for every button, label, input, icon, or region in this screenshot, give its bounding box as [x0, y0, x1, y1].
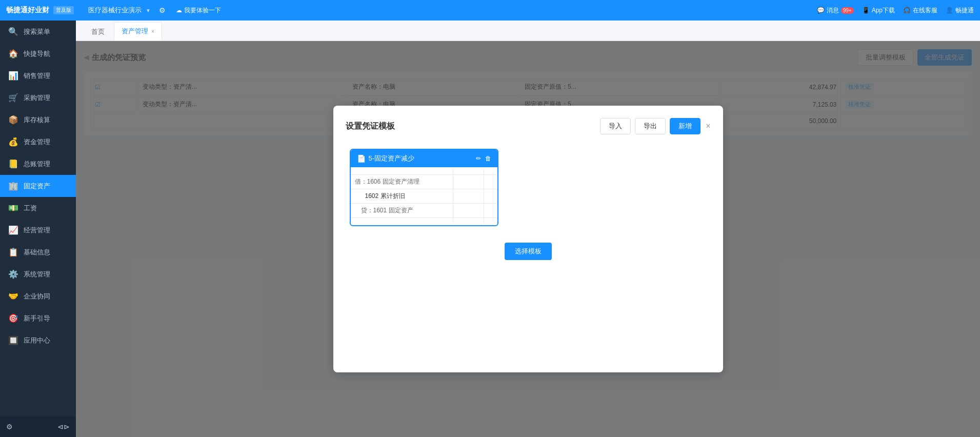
sidebar-item-label: 经营管理 [24, 226, 50, 235]
sidebar-item-guide[interactable]: 🎯 新手引导 [0, 307, 76, 329]
sidebar-item-label: 资金管理 [24, 137, 50, 147]
sidebar-item-label: 基础信息 [24, 248, 50, 257]
template-card-actions: ✏ 🗑 [476, 155, 491, 162]
sidebar-item-apps[interactable]: 🔲 应用中心 [0, 329, 76, 351]
new-btn[interactable]: 新增 [670, 118, 701, 134]
dropdown-arrow-icon[interactable]: ▼ [146, 8, 151, 13]
sales-icon: 📊 [8, 71, 18, 81]
template-header-left: 📄 5-固定资产减少 [357, 154, 415, 163]
modal-header: 设置凭证模板 导入 导出 新增 × [346, 118, 711, 134]
credit-1 [484, 175, 498, 189]
collab-icon: 🤝 [8, 291, 18, 301]
customer-service-btn[interactable]: 🎧 在线客服 [903, 6, 937, 15]
tab-home[interactable]: 首页 [84, 23, 112, 41]
header-actions: 💬 消息 99+ 📱 App下载 🎧 在线客服 👤 畅捷通 [817, 6, 974, 15]
user-menu-btn[interactable]: 👤 畅捷通 [946, 6, 974, 15]
messages-btn[interactable]: 💬 消息 99+ [817, 6, 854, 15]
cloud-icon: ☁ [176, 7, 182, 14]
ledger-icon: 📒 [8, 159, 18, 169]
account-4 [351, 218, 453, 223]
sidebar-item-system[interactable]: ⚙️ 系统管理 [0, 263, 76, 285]
sidebar-item-ledger[interactable]: 📒 总账管理 [0, 153, 76, 175]
template-card-header: 📄 5-固定资产减少 ✏ 🗑 [351, 150, 497, 167]
debit-2 [453, 189, 484, 203]
sidebar-item-purchase[interactable]: 🛒 采购管理 [0, 87, 76, 109]
template-row-2: 1602 累计折旧 [351, 189, 497, 204]
app-brand: 畅捷通好业财 [6, 6, 49, 15]
modal-title: 设置凭证模板 [346, 121, 395, 132]
credit-4 [484, 218, 498, 223]
sidebar-item-label: 总账管理 [24, 160, 50, 169]
template-edit-icon[interactable]: ✏ [476, 155, 481, 162]
credit-3 [484, 204, 498, 217]
export-btn[interactable]: 导出 [635, 118, 666, 134]
modal-overlay: 设置凭证模板 导入 导出 新增 × [76, 41, 980, 437]
sidebar-item-sales[interactable]: 📊 销售管理 [0, 65, 76, 87]
sidebar-bottom: ⚙ ⊲⊳ [0, 416, 76, 437]
guide-icon: 🎯 [8, 313, 18, 323]
sidebar-item-label: 企业协同 [24, 292, 50, 301]
tab-asset-label: 资产管理 [122, 27, 148, 36]
operations-icon: 📈 [8, 225, 18, 235]
sidebar-item-label: 库存核算 [24, 115, 50, 125]
sidebar-item-payroll[interactable]: 💵 工资 [0, 197, 76, 219]
account-3: 贷：1601 固定资产 [351, 204, 453, 217]
message-icon: 💬 [817, 7, 825, 14]
template-row-header [351, 169, 497, 175]
company-name[interactable]: 医疗器械行业演示 [88, 6, 142, 15]
sidebar-item-label: 应用中心 [24, 336, 50, 345]
inventory-icon: 📦 [8, 115, 18, 125]
template-row-3: 贷：1601 固定资产 [351, 204, 497, 218]
app-version: 普及版 [53, 6, 74, 14]
basics-icon: 📋 [8, 247, 18, 257]
payroll-icon: 💵 [8, 203, 18, 213]
home-icon: 🏠 [8, 49, 18, 58]
account-1: 借：1606 固定资产清理 [351, 175, 453, 189]
experience-btn[interactable]: ☁ 我要体验一下 [176, 6, 221, 15]
sidebar: 🔍 搜索菜单 🏠 快捷导航 📊 销售管理 🛒 采购管理 📦 库存核算 💰 [0, 21, 76, 437]
template-name: 5-固定资产减少 [369, 154, 415, 163]
sidebar-item-funds[interactable]: 💰 资金管理 [0, 131, 76, 153]
top-header: 畅捷通好业财 普及版 医疗器械行业演示 ▼ ⚙ ☁ 我要体验一下 💬 消息 99… [0, 0, 980, 21]
tab-home-label: 首页 [91, 27, 105, 36]
building-icon: 🏢 [8, 181, 18, 191]
template-row-4 [351, 218, 497, 223]
sidebar-item-quicknav[interactable]: 🏠 快捷导航 [0, 43, 76, 65]
app-download-btn[interactable]: 📱 App下载 [862, 6, 895, 15]
settings-icon[interactable]: ⚙ [159, 6, 166, 14]
sidebar-item-operations[interactable]: 📈 经营管理 [0, 219, 76, 241]
credit-2 [484, 189, 498, 203]
account-2: 1602 累计折旧 [351, 189, 453, 203]
template-card: 📄 5-固定资产减少 ✏ 🗑 [350, 149, 498, 226]
template-file-icon: 📄 [357, 154, 366, 163]
sidebar-item-label: 采购管理 [24, 93, 50, 103]
import-btn[interactable]: 导入 [600, 118, 631, 134]
sidebar-item-inventory[interactable]: 📦 库存核算 [0, 109, 76, 131]
funds-icon: 💰 [8, 137, 18, 147]
template-body: 借：1606 固定资产清理 1602 累计折旧 [351, 167, 497, 225]
settings-bottom-icon[interactable]: ⚙ [6, 423, 13, 431]
tabs-bar: 首页 资产管理 × [76, 21, 980, 41]
sidebar-item-label: 系统管理 [24, 270, 50, 279]
page-content: ◀ 生成的凭证预览 批量调整模板 全部生成凭证 ☑ 变动类型：资产清... [76, 41, 980, 437]
sidebar-scroll: 🔍 搜索菜单 🏠 快捷导航 📊 销售管理 🛒 采购管理 📦 库存核算 💰 [0, 21, 76, 416]
template-row-1: 借：1606 固定资产清理 [351, 175, 497, 189]
content-area: 首页 资产管理 × ◀ 生成的凭证预览 批量调整模板 全部生成凭证 [76, 21, 980, 437]
debit-4 [453, 218, 484, 223]
tab-close-icon[interactable]: × [151, 29, 154, 34]
select-template-btn[interactable]: 选择模板 [505, 243, 552, 260]
download-icon: 📱 [862, 7, 870, 14]
sidebar-item-basics[interactable]: 📋 基础信息 [0, 241, 76, 263]
system-icon: ⚙️ [8, 269, 18, 279]
purchase-icon: 🛒 [8, 93, 18, 103]
sidebar-item-collab[interactable]: 🤝 企业协同 [0, 285, 76, 307]
modal-close-btn[interactable]: × [706, 122, 710, 131]
collapse-icon[interactable]: ⊲⊳ [57, 423, 70, 431]
sidebar-item-label: 新手引导 [24, 314, 50, 323]
sidebar-item-fixed-assets[interactable]: 🏢 固定资产 [0, 175, 76, 197]
search-icon: 🔍 [8, 27, 18, 36]
account-header [351, 169, 453, 174]
sidebar-item-search[interactable]: 🔍 搜索菜单 [0, 21, 76, 43]
tab-asset-management[interactable]: 资产管理 × [114, 22, 162, 41]
template-delete-icon[interactable]: 🗑 [485, 155, 491, 162]
